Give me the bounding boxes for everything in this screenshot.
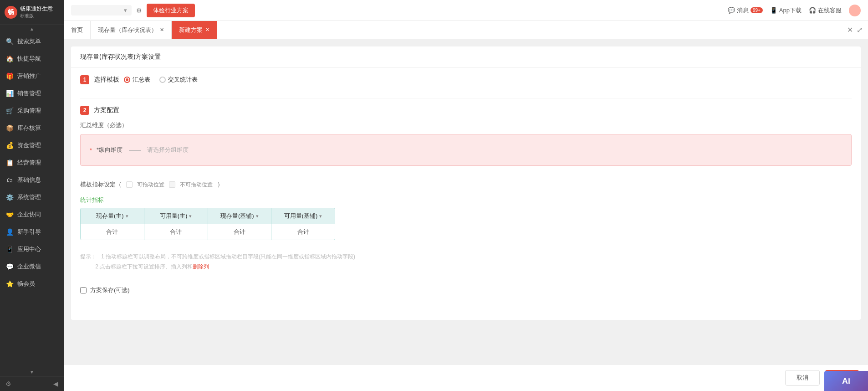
sidebar-item-newbie[interactable]: 👤 新手引导: [0, 223, 64, 241]
radio-cross-label: 交叉统计表: [168, 76, 198, 84]
sidebar-item-system[interactable]: ⚙️ 系统管理: [0, 189, 64, 206]
sidebar-item-label: 企业微信: [17, 262, 41, 271]
box-icon: 📦: [5, 124, 14, 132]
cart-icon: 🛒: [5, 107, 14, 114]
topbar-settings-icon[interactable]: ⚙: [136, 7, 142, 14]
section2-num: 2: [80, 106, 89, 115]
non-draggable-tag: [169, 181, 175, 188]
save-checkbox[interactable]: [80, 287, 87, 293]
stats-table: 现存量(主) ▾ 可用量(主) ▾ 现存量(基辅) ▾ 可用量(基辅): [80, 208, 335, 240]
sidebar-scroll-up[interactable]: ▲: [0, 25, 64, 33]
save-label: 方案保存(可选): [90, 286, 130, 294]
sidebar-scroll-down[interactable]: ▼: [0, 368, 64, 376]
trial-button[interactable]: 体验行业方案: [147, 4, 195, 17]
indicator-setting: 模板指标设定（ 可拖动位置 不可拖动位置 ）: [71, 173, 861, 196]
chevron-down-icon-3[interactable]: ▾: [319, 213, 322, 219]
user-menu[interactable]: [849, 5, 861, 16]
gear-icon: ⚙️: [5, 194, 14, 201]
chevron-down-icon-1[interactable]: ▾: [189, 213, 192, 219]
sidebar-item-label: 经营管理: [17, 159, 41, 167]
sidebar-item-shortcut[interactable]: 🏠 快捷导航: [0, 50, 64, 67]
sidebar-item-purchase[interactable]: 🛒 采购管理: [0, 102, 64, 119]
dimension-required-star: *: [90, 147, 92, 154]
tab-new-plan-close-icon[interactable]: ✕: [205, 27, 209, 33]
sidebar-item-label: 应用中心: [17, 245, 41, 253]
radio-summary-dot: [124, 77, 130, 83]
topbar-right: 💬 消息 99+ 📱 App下载 🎧 在线客服: [728, 5, 861, 16]
home-icon: 🏠: [5, 55, 14, 62]
sidebar-item-label: 基础信息: [17, 176, 41, 184]
chevron-down-icon-0[interactable]: ▾: [126, 213, 128, 219]
tab-close-icon[interactable]: ✕: [847, 26, 853, 34]
download-icon: 📱: [770, 7, 777, 14]
app-logo-icon: 畅: [5, 6, 17, 19]
sidebar-item-wechat[interactable]: 💬 企业微信: [0, 258, 64, 275]
sidebar-item-operation[interactable]: 📋 经营管理: [0, 154, 64, 171]
dimension-box[interactable]: * *纵向维度 —— 请选择分组维度: [80, 134, 852, 166]
stats-col-2[interactable]: 现存量(基辅) ▾: [208, 208, 272, 224]
app-download-button[interactable]: 📱 App下载: [770, 6, 802, 15]
tab-inventory-status-label: 现存量（库存状况表）: [98, 26, 157, 34]
message-button[interactable]: 💬 消息 99+: [728, 6, 763, 15]
tips-line2: 2.点击标题栏下拉可设置排序、插入列和删除列: [80, 262, 852, 272]
sidebar-search-label: 搜索菜单: [17, 37, 41, 46]
tab-new-plan[interactable]: 新建方案 ✕: [172, 21, 217, 39]
sidebar-item-member[interactable]: ⭐ 畅会员: [0, 275, 64, 293]
stats-col-2-label: 现存量(基辅): [220, 212, 254, 220]
chevron-down-icon-2[interactable]: ▾: [256, 213, 259, 219]
stats-col-3[interactable]: 可用量(基辅) ▾: [271, 208, 335, 224]
sidebar-item-sales[interactable]: 📊 销售管理: [0, 85, 64, 102]
stats-col-0[interactable]: 现存量(主) ▾: [81, 208, 144, 224]
sidebar-item-appstore[interactable]: 📱 应用中心: [0, 241, 64, 258]
user-avatar: [849, 5, 861, 16]
cancel-button[interactable]: 取消: [785, 370, 820, 386]
settings-icon[interactable]: ⚙: [5, 380, 11, 387]
tab-expand-icon[interactable]: ⤢: [857, 26, 863, 34]
topbar-search-area[interactable]: ▾: [71, 5, 132, 15]
topbar-dropdown-icon[interactable]: ▾: [124, 7, 127, 14]
sidebar-item-label: 畅会员: [17, 280, 35, 288]
sidebar-nav: 🏠 快捷导航 🎁 营销推广 📊 销售管理 🛒 采购管理 📦 库存核算 💰 资金管…: [0, 50, 64, 368]
settings-panel: 现存量(库存状况表)方案设置 1 选择模板 汇总表 交叉统计表: [71, 46, 861, 320]
star-icon: ⭐: [5, 280, 14, 288]
sidebar-item-contract[interactable]: 🤝 企业协同: [0, 206, 64, 223]
handshake-icon: 🤝: [5, 211, 14, 218]
tab-inventory-status[interactable]: 现存量（库存状况表） ✕: [91, 21, 172, 39]
stats-label: 统计指标: [80, 196, 852, 204]
tab-inventory-close-icon[interactable]: ✕: [160, 27, 164, 33]
sidebar-item-finance[interactable]: 💰 资金管理: [0, 137, 64, 154]
phone-icon: 📱: [5, 246, 14, 253]
close-paren-text: ）: [217, 180, 223, 189]
sidebar-item-base[interactable]: 🗂 基础信息: [0, 171, 64, 189]
radio-summary[interactable]: 汇总表: [124, 76, 150, 84]
sidebar-search[interactable]: 🔍 搜索菜单: [0, 33, 64, 50]
tab-home[interactable]: 首页: [64, 21, 91, 39]
collapse-icon[interactable]: ◀: [53, 380, 58, 387]
sidebar-item-label: 库存核算: [17, 124, 41, 132]
dimension-label: 汇总维度（必选）: [80, 121, 852, 129]
tips-section: 提示： 1.拖动标题栏可以调整布局，不可跨维度或指标区域拖动栏目字段(只能在同一…: [71, 247, 861, 279]
section1-header: 1 选择模板 汇总表 交叉统计表: [80, 75, 852, 84]
money-icon: 💰: [5, 142, 14, 149]
online-service-label: 在线客服: [818, 6, 842, 15]
online-service-button[interactable]: 🎧 在线客服: [809, 6, 842, 15]
stats-col-1[interactable]: 可用量(主) ▾: [144, 208, 208, 224]
stats-section: 统计指标 现存量(主) ▾ 可用量(主) ▾ 现存量(基辅): [71, 196, 861, 247]
search-icon: 🔍: [5, 38, 14, 45]
radio-cross[interactable]: 交叉统计表: [159, 76, 198, 84]
sidebar-item-marketing[interactable]: 🎁 营销推广: [0, 67, 64, 85]
content-area: 现存量(库存状况表)方案设置 1 选择模板 汇总表 交叉统计表: [64, 39, 868, 364]
app-name: 畅康通好生意: [20, 5, 53, 13]
tabbar-controls: ✕ ⤢: [847, 26, 868, 34]
app-version: 标准版: [20, 13, 53, 19]
ai-badge[interactable]: Ai: [824, 371, 868, 391]
sidebar: 畅 畅康通好生意 标准版 ▲ 🔍 搜索菜单 🏠 快捷导航 🎁 营销推广 📊 销售…: [0, 0, 64, 391]
stats-data-row: 合计 合计 合计 合计: [81, 224, 335, 240]
dimension-dash: ——: [129, 147, 141, 154]
topbar-search-input[interactable]: [76, 7, 121, 14]
sidebar-item-inventory[interactable]: 📦 库存核算: [0, 119, 64, 137]
section-template: 1 选择模板 汇总表 交叉统计表: [71, 68, 861, 98]
service-icon: 🎧: [809, 7, 816, 14]
section-config: 2 方案配置 汇总维度（必选） * *纵向维度 —— 请选择分组维度: [71, 98, 861, 173]
tab-home-label: 首页: [71, 26, 83, 34]
